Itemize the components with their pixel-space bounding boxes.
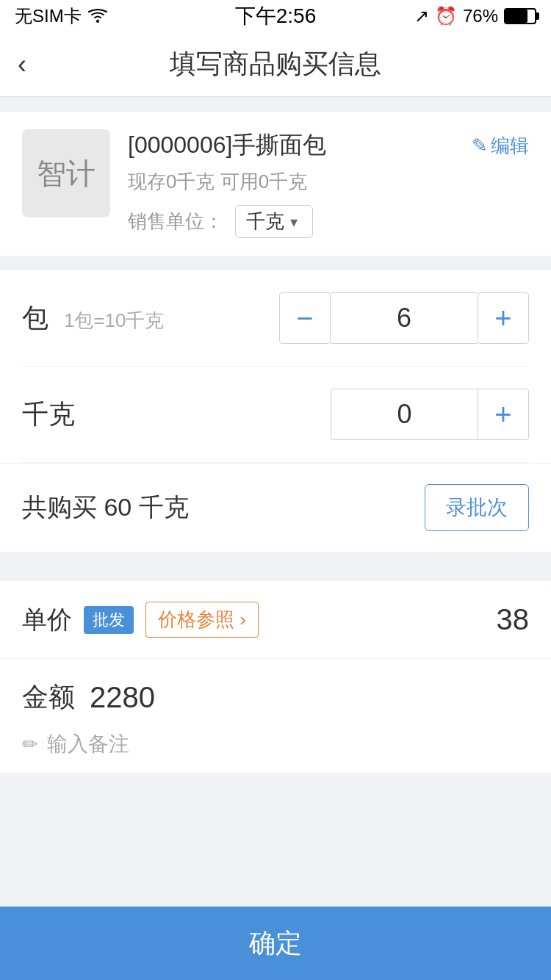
pack-quantity-input[interactable] [331, 292, 478, 344]
unit-selector[interactable]: 千克 ▾ [235, 205, 313, 238]
note-row[interactable]: ✏ 输入备注 [22, 730, 529, 758]
carrier-label: 无SIM卡 [15, 4, 82, 28]
product-info: [0000006]手撕面包 ✎ 编辑 现存0千克 可用0千克 销售单位： 千克 … [128, 129, 529, 238]
pencil-icon: ✏ [22, 733, 38, 756]
note-placeholder: 输入备注 [47, 730, 129, 758]
confirm-bar[interactable]: 确定 [0, 907, 551, 980]
edit-label: 编辑 [491, 133, 529, 159]
kg-label: 千克 [22, 397, 75, 433]
page-title: 填写商品购买信息 [170, 46, 381, 82]
amount-label: 金额 [22, 680, 75, 716]
product-name: [0000006]手撕面包 [128, 129, 326, 162]
kg-plus-button[interactable]: + [478, 389, 529, 440]
wifi-icon [87, 9, 108, 24]
pack-row: 包 1包=10千克 − + [22, 270, 529, 367]
batch-button[interactable]: 录批次 [425, 484, 529, 531]
quantity-section: 包 1包=10千克 − + 千克 + [0, 270, 551, 463]
amount-row: 金额 2280 [22, 680, 529, 716]
product-unit-row: 销售单位： 千克 ▾ [128, 205, 529, 238]
alarm-icon: ⏰ [435, 6, 457, 26]
product-name-row: [0000006]手撕面包 ✎ 编辑 [128, 129, 529, 162]
price-section: 单价 批发 价格参照 › 38 [0, 581, 551, 659]
confirm-button-label: 确定 [249, 926, 302, 962]
price-left: 单价 批发 价格参照 › [22, 602, 259, 638]
product-stock: 现存0千克 可用0千克 [128, 169, 529, 195]
divider-2 [0, 552, 551, 566]
price-ref-button[interactable]: 价格参照 › [145, 602, 259, 638]
nav-bar: ‹ 填写商品购买信息 [0, 32, 551, 97]
unit-arrow-icon: ▾ [290, 213, 298, 231]
status-bar: 无SIM卡 下午2:56 ↗ ⏰ 76% [0, 0, 551, 32]
status-right: ↗ ⏰ 76% [414, 6, 536, 26]
kg-quantity-control: + [331, 389, 529, 440]
summary-section: 共购买 60 千克 录批次 [0, 463, 551, 552]
product-logo: 智计 [37, 154, 96, 194]
product-card: 智计 [0000006]手撕面包 ✎ 编辑 现存0千克 可用0千克 销售单位： … [0, 112, 551, 256]
kg-row: 千克 + [22, 367, 529, 463]
location-icon: ↗ [414, 6, 429, 26]
unit-value: 千克 [246, 209, 284, 234]
amount-section: 金额 2280 ✏ 输入备注 [0, 659, 551, 773]
pack-quantity-control: − + [279, 292, 529, 344]
edit-button[interactable]: ✎ 编辑 [472, 133, 529, 159]
pack-minus-button[interactable]: − [279, 292, 331, 344]
back-button[interactable]: ‹ [18, 49, 26, 80]
pack-plus-button[interactable]: + [478, 292, 529, 344]
price-type-badge: 批发 [84, 606, 134, 634]
edit-icon: ✎ [472, 134, 488, 157]
summary-text: 共购买 60 千克 [22, 491, 189, 525]
kg-quantity-input[interactable] [331, 389, 478, 440]
battery-icon [504, 8, 536, 24]
price-value: 38 [497, 603, 530, 636]
pack-label-group: 包 1包=10千克 [22, 300, 164, 336]
amount-value: 2280 [90, 681, 155, 714]
pack-sublabel: 1包=10千克 [64, 309, 165, 331]
battery-label: 76% [463, 6, 498, 26]
svg-point-0 [96, 20, 99, 23]
pack-label: 包 [22, 303, 48, 333]
status-left: 无SIM卡 [15, 4, 108, 28]
unit-label: 销售单位： [128, 209, 223, 234]
price-label: 单价 [22, 603, 72, 637]
status-time: 下午2:56 [235, 2, 317, 30]
product-image: 智计 [22, 129, 110, 217]
divider-1 [0, 256, 551, 270]
